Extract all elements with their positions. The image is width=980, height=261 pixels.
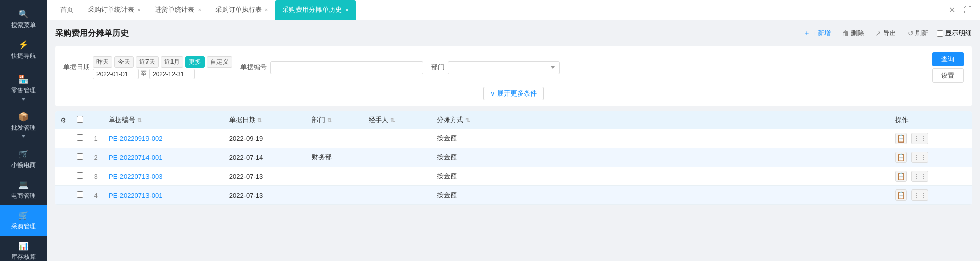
row-dept	[307, 186, 363, 205]
date-to-input[interactable]	[149, 69, 195, 79]
edit-icon[interactable]: 📋	[895, 152, 907, 163]
last7days-btn[interactable]: 近7天	[136, 56, 159, 68]
today-btn[interactable]: 今天	[114, 56, 134, 68]
more-action-icon[interactable]: ⋮⋮	[911, 189, 928, 201]
expand-more-button[interactable]: ∨ 展开更多条件	[483, 87, 544, 100]
maximize-icon[interactable]: ⛶	[962, 5, 974, 16]
custom-btn[interactable]: 自定义	[207, 56, 232, 68]
select-all-checkbox[interactable]	[77, 116, 83, 123]
order-no-link[interactable]: PE-20220919-002	[109, 135, 163, 143]
edit-icon[interactable]: 📋	[895, 133, 907, 144]
order-no-link[interactable]: PE-20220713-001	[109, 192, 163, 199]
row-date: 2022-07-13	[224, 186, 307, 205]
more-action-icon[interactable]: ⋮⋮	[911, 152, 928, 163]
add-label: + 新增	[812, 29, 831, 38]
sidebar-item-label: 电商管理	[11, 192, 36, 200]
table-body: 1 PE-20220919-002 2022-09-19 按金额 📋 ⋮⋮ 2 …	[55, 129, 972, 205]
more-action-icon[interactable]: ⋮⋮	[911, 171, 928, 182]
col-handler: 经手人 ⇅	[363, 111, 432, 129]
sidebar-item-wholesale[interactable]: 📦 批发管理 ▼	[0, 107, 47, 144]
row-dept	[307, 129, 363, 148]
row-date: 2022-09-19	[224, 129, 307, 148]
col-date: 单据日期 ⇅	[224, 111, 307, 129]
sidebar-item-search[interactable]: 🔍 搜索菜单	[0, 4, 47, 35]
sidebar-item-ecom-small[interactable]: 🛒 小畅电商	[0, 144, 47, 175]
col-settings[interactable]: ⚙	[55, 111, 71, 129]
tab-purchase-fee-history[interactable]: 采购费用分摊单历史 ×	[275, 0, 355, 20]
row-checkbox[interactable]	[77, 172, 83, 179]
row-checkbox[interactable]	[77, 153, 83, 160]
row-settings	[55, 167, 71, 186]
search-button[interactable]: 查询	[932, 52, 964, 66]
refresh-button[interactable]: ↺ 刷新	[904, 27, 932, 40]
tab-purchase-order-exec[interactable]: 采购订单执行表 ×	[208, 0, 275, 20]
tab-label: 进货单统计表	[155, 5, 194, 14]
date-from-input[interactable]	[93, 69, 139, 79]
action-buttons: 📋 ⋮⋮	[895, 171, 967, 182]
tab-purchase-order-stats[interactable]: 采购订单统计表 ×	[81, 0, 148, 20]
sidebar-item-inventory[interactable]: 📊 库存核算	[0, 236, 47, 261]
order-no-link[interactable]: PE-20220714-001	[109, 154, 163, 161]
sort-icon[interactable]: ⇅	[257, 117, 262, 123]
row-checkbox-cell	[71, 186, 88, 205]
show-detail-checkbox[interactable]	[937, 30, 943, 37]
action-buttons: 📋 ⋮⋮	[895, 152, 967, 163]
table-row: 4 PE-20220713-001 2022-07-13 按金额 📋 ⋮⋮	[55, 186, 972, 205]
more-action-icon[interactable]: ⋮⋮	[911, 133, 928, 144]
sidebar-item-retail[interactable]: 🏪 零售管理 ▼	[0, 69, 47, 107]
chevron-down-icon: ▼	[21, 133, 26, 139]
tab-actions: ✕ ⛶	[947, 4, 974, 16]
sort-icon[interactable]: ⇅	[390, 117, 395, 123]
settings-button[interactable]: 设置	[932, 68, 964, 83]
row-number: 2	[88, 148, 104, 167]
col-handler-label: 经手人	[369, 116, 388, 124]
order-no-link[interactable]: PE-20220713-003	[109, 173, 163, 180]
tab-label: 首页	[60, 5, 74, 14]
toolbar: ＋ + 新增 🗑 删除 ↗ 导出 ↺ 刷新 显示明细	[800, 27, 972, 40]
quick-nav-icon: ⚡	[18, 40, 29, 50]
page-header: 采购费用分摊单历史 ＋ + 新增 🗑 删除 ↗ 导出 ↺ 刷新	[55, 27, 972, 40]
row-checkbox[interactable]	[77, 134, 83, 141]
row-date: 2022-07-13	[224, 167, 307, 186]
tab-inbound-stats[interactable]: 进货单统计表 ×	[148, 0, 208, 20]
yesterday-btn[interactable]: 昨天	[93, 56, 112, 68]
date-quick-btns: 昨天 今天 近7天 近1月 更多 自定义 至	[93, 56, 232, 79]
more-btn[interactable]: 更多	[185, 56, 205, 68]
export-button[interactable]: ↗ 导出	[872, 27, 899, 40]
close-icon[interactable]: ×	[265, 7, 268, 13]
action-buttons: 📋 ⋮⋮	[895, 189, 967, 201]
dept-select[interactable]: 财务部	[448, 61, 560, 74]
row-handler	[363, 167, 432, 186]
row-settings	[55, 186, 71, 205]
edit-icon[interactable]: 📋	[895, 189, 907, 201]
close-icon[interactable]: ×	[198, 7, 201, 13]
table-row: 2 PE-20220714-001 2022-07-14 财务部 按金额 📋 ⋮…	[55, 148, 972, 167]
delete-label: 删除	[851, 29, 864, 38]
tab-home[interactable]: 首页	[53, 0, 81, 20]
row-action: 📋 ⋮⋮	[890, 167, 972, 186]
close-icon[interactable]: ×	[345, 7, 348, 13]
table-row: 1 PE-20220919-002 2022-09-19 按金额 📋 ⋮⋮	[55, 129, 972, 148]
sort-icon[interactable]: ⇅	[327, 117, 332, 123]
close-icon[interactable]: ×	[137, 7, 140, 13]
add-button[interactable]: ＋ + 新增	[800, 27, 834, 40]
order-no-input[interactable]	[270, 61, 423, 74]
sort-icon[interactable]: ⇅	[137, 117, 142, 123]
row-checkbox[interactable]	[77, 191, 83, 198]
ecom-small-icon: 🛒	[18, 149, 29, 159]
sidebar-item-ecom[interactable]: 💻 电商管理	[0, 175, 47, 205]
close-all-icon[interactable]: ✕	[947, 4, 958, 16]
sort-icon[interactable]: ⇅	[465, 117, 470, 123]
delete-button[interactable]: 🗑 删除	[839, 27, 867, 40]
search-icon: 🔍	[18, 9, 29, 19]
show-detail-checkbox-label[interactable]: 显示明细	[937, 29, 972, 38]
sidebar-item-quick-nav[interactable]: ⚡ 快捷导航	[0, 35, 47, 65]
row-checkbox-cell	[71, 167, 88, 186]
sidebar-item-purchase[interactable]: 🛒 采购管理	[0, 205, 47, 236]
wholesale-icon: 📦	[18, 112, 29, 122]
edit-icon[interactable]: 📋	[895, 171, 907, 182]
col-dept-label: 部门	[312, 116, 325, 124]
last1month-btn[interactable]: 近1月	[161, 56, 184, 68]
tab-label: 采购订单执行表	[215, 5, 262, 14]
data-table: ⚙ 单据编号 ⇅ 单据日期 ⇅	[55, 111, 972, 205]
